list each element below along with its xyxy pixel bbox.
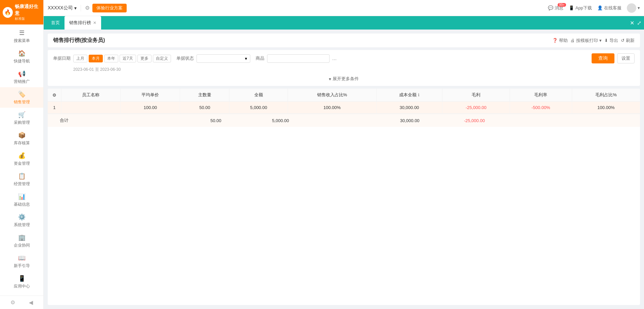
export-btn[interactable]: ⬇ 导出 bbox=[604, 38, 618, 44]
date-this-month-btn[interactable]: 本月 bbox=[89, 55, 103, 62]
sidebar-item-apps[interactable]: 📱 应用中心 bbox=[0, 271, 43, 292]
sidebar-item-operations[interactable]: 📋 经营管理 bbox=[0, 169, 43, 190]
cost-info-icon[interactable]: ℹ bbox=[418, 93, 420, 97]
sidebar-icon-purchase: 🛒 bbox=[18, 111, 26, 118]
topbar-settings-icon[interactable]: ⚙ bbox=[85, 5, 90, 11]
date-prev-month-btn[interactable]: 上月 bbox=[73, 55, 87, 62]
user-chevron-icon: ▾ bbox=[638, 5, 640, 10]
tab-sales-rank-label: 销售排行榜 bbox=[69, 20, 91, 26]
th-gross-rate: 毛利率 bbox=[510, 89, 572, 102]
tab-home-label: 首页 bbox=[51, 20, 60, 26]
online-service-btn[interactable]: 👤 在线客服 bbox=[597, 5, 621, 11]
sidebar-label-inventory: 库存核算 bbox=[14, 140, 30, 146]
sidebar-item-search[interactable]: ☰ 搜索菜单 bbox=[0, 26, 43, 46]
tab-close-icon[interactable]: ✕ bbox=[93, 20, 96, 25]
sidebar-item-system[interactable]: ⚙️ 系统管理 bbox=[0, 210, 43, 230]
topbar: XXXXX公司 ▾ ⚙ 体验行业方案 💬 消息 99+ 📱 App下载 👤 在线… bbox=[44, 0, 644, 16]
th-qty: 主数量 bbox=[180, 89, 229, 102]
sidebar-icon-search: ☰ bbox=[19, 29, 25, 37]
goods-filter-group: 商品 ... bbox=[256, 54, 337, 63]
footer-qty: 50.00 bbox=[183, 118, 248, 123]
window-close-icon[interactable]: ✕ bbox=[630, 20, 634, 26]
table-footer: 合计 50.00 5,000.00 30,000.00 -25,000.00 bbox=[48, 114, 640, 127]
tab-sales-rank[interactable]: 销售排行榜 ✕ bbox=[65, 16, 101, 30]
sidebar-item-sales[interactable]: 🏷️ 销售管理 bbox=[0, 87, 43, 108]
sidebar-item-marketing[interactable]: 📢 营销推广 bbox=[0, 67, 43, 87]
cell-rank: 1 bbox=[48, 102, 61, 114]
print-btn[interactable]: 🖨 按模板打印 ▾ bbox=[570, 38, 602, 44]
goods-more-icon[interactable]: ... bbox=[332, 55, 337, 61]
cell-qty: 50.00 bbox=[180, 102, 229, 114]
help-label: 帮助 bbox=[559, 38, 568, 44]
footer-gross: -25,000.00 bbox=[442, 118, 507, 123]
expand-more-row[interactable]: ▾ 展开更多条件 bbox=[53, 75, 635, 83]
footer-cost: 30,000.00 bbox=[378, 118, 442, 123]
print-chevron-icon: ▾ bbox=[599, 38, 602, 43]
tabbar: 首页 销售排行榜 ✕ ✕ ⤢ bbox=[44, 16, 644, 30]
status-select[interactable]: ▾ bbox=[197, 54, 250, 63]
help-btn[interactable]: ❓ 帮助 bbox=[552, 38, 568, 44]
sidebar-item-quick-nav[interactable]: 🏠 快捷导航 bbox=[0, 46, 43, 67]
user-avatar-btn[interactable]: ▾ bbox=[627, 3, 640, 13]
main-area: XXXXX公司 ▾ ⚙ 体验行业方案 💬 消息 99+ 📱 App下载 👤 在线… bbox=[44, 0, 644, 309]
cell-avg-price: 100.00 bbox=[121, 102, 180, 114]
collapse-sidebar-icon[interactable]: ◀ bbox=[29, 299, 33, 306]
page-header: 销售排行榜(按业务员) ❓ 帮助 🖨 按模板打印 ▾ ⬇ 导出 ↺ 刷新 bbox=[48, 34, 640, 47]
refresh-icon: ↺ bbox=[621, 38, 625, 43]
sidebar-label-finance: 资金管理 bbox=[14, 161, 30, 166]
th-employee: 员工名称 bbox=[61, 89, 121, 102]
online-service-label: 在线客服 bbox=[604, 5, 621, 11]
th-sales-pct: 销售收入占比% bbox=[288, 89, 376, 102]
window-controls: ✕ ⤢ bbox=[630, 20, 641, 26]
sidebar-label-system: 系统管理 bbox=[14, 222, 30, 228]
sidebar-item-enterprise[interactable]: 🏢 企业协同 bbox=[0, 230, 43, 251]
message-btn[interactable]: 💬 消息 99+ bbox=[548, 5, 563, 11]
action-buttons: 查询 设置 bbox=[592, 53, 635, 63]
th-settings[interactable]: ⚙ bbox=[48, 89, 61, 102]
th-gross: 毛利 bbox=[442, 89, 510, 102]
page-actions: ❓ 帮助 🖨 按模板打印 ▾ ⬇ 导出 ↺ 刷新 bbox=[552, 38, 635, 44]
settings-footer-icon[interactable]: ⚙ bbox=[10, 299, 15, 306]
window-expand-icon[interactable]: ⤢ bbox=[637, 20, 641, 26]
settings-btn[interactable]: 设置 bbox=[617, 53, 635, 63]
th-cost: 成本全额 ℹ bbox=[376, 89, 442, 102]
cell-gross: -25,000.00 bbox=[442, 102, 510, 114]
expand-more-chevron-icon: ▾ bbox=[329, 76, 331, 82]
goods-input[interactable] bbox=[267, 54, 330, 63]
sidebar-label-apps: 应用中心 bbox=[14, 284, 30, 289]
sidebar-item-finance[interactable]: 💰 资金管理 bbox=[0, 149, 43, 169]
page-title: 销售排行榜(按业务员) bbox=[53, 37, 105, 44]
export-label: 导出 bbox=[609, 38, 618, 44]
company-chevron-icon: ▾ bbox=[74, 5, 77, 11]
app-download-btn[interactable]: 📱 App下载 bbox=[569, 5, 592, 11]
sidebar-label-search: 搜索菜单 bbox=[14, 38, 30, 44]
status-filter-label: 单据状态 bbox=[176, 55, 194, 61]
th-avg-price: 平均单价 bbox=[121, 89, 180, 102]
content: 销售排行榜(按业务员) ❓ 帮助 🖨 按模板打印 ▾ ⬇ 导出 ↺ 刷新 bbox=[44, 30, 644, 309]
refresh-btn[interactable]: ↺ 刷新 bbox=[621, 38, 635, 44]
sidebar-label-quick-nav: 快捷导航 bbox=[14, 58, 30, 64]
th-amount: 全额 bbox=[229, 89, 288, 102]
sidebar-label-purchase: 采购管理 bbox=[14, 120, 30, 125]
sidebar-item-wechat[interactable]: 💬 企业微信 bbox=[0, 292, 43, 296]
sidebar-item-inventory[interactable]: 📦 库存核算 bbox=[0, 128, 43, 149]
date-more-btn[interactable]: 更多 bbox=[137, 55, 152, 62]
sidebar-item-purchase[interactable]: 🛒 采购管理 bbox=[0, 108, 43, 128]
query-btn[interactable]: 查询 bbox=[592, 53, 614, 63]
cell-gross-rate: -500.00% bbox=[510, 102, 572, 114]
cell-employee bbox=[61, 102, 121, 114]
trial-btn[interactable]: 体验行业方案 bbox=[92, 4, 127, 12]
date-last-7-days-btn[interactable]: 近7天 bbox=[120, 55, 136, 62]
sidebar-item-guide[interactable]: 📖 新手引导 bbox=[0, 251, 43, 271]
sales-rank-table: ⚙ 员工名称 平均单价 主数量 全额 销售收入占比% 成本全额 ℹ 毛利 毛利率 bbox=[48, 89, 640, 114]
date-custom-btn[interactable]: 自定义 bbox=[153, 55, 171, 62]
status-filter-group: 单据状态 ▾ bbox=[176, 54, 250, 63]
sidebar-nav: ☰ 搜索菜单 🏠 快捷导航 📢 营销推广 🏷️ 销售管理 🛒 采购管理 📦 库存… bbox=[0, 24, 43, 296]
sidebar-item-basic[interactable]: 📊 基础信息 bbox=[0, 190, 43, 210]
sidebar-label-marketing: 营销推广 bbox=[14, 79, 30, 85]
tab-home[interactable]: 首页 bbox=[46, 16, 65, 30]
cell-cost: 30,000.00 bbox=[376, 102, 442, 114]
company-selector[interactable]: XXXXX公司 ▾ bbox=[48, 5, 77, 11]
sidebar-icon-finance: 💰 bbox=[18, 152, 26, 159]
date-this-year-btn[interactable]: 本年 bbox=[104, 55, 118, 62]
